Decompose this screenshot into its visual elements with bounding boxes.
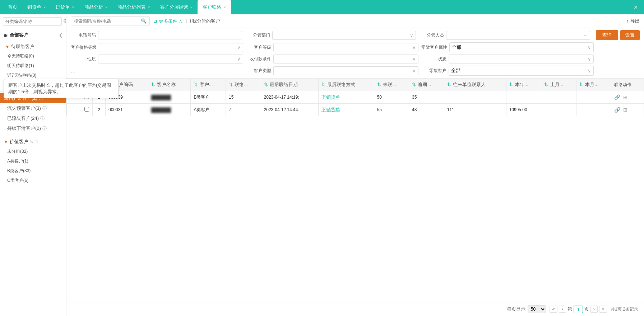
last-page-button[interactable]: » [599, 306, 607, 313]
sidebar-declining-customers[interactable]: 持续下滑客户(2) ⓘ [0, 123, 66, 133]
col-thismonth-header[interactable]: ⇅ 本月... [576, 79, 611, 91]
department-select[interactable]: ∨ [272, 31, 416, 40]
nav-purchase[interactable]: 进货单 × [51, 0, 79, 14]
close-analysis-list-tab[interactable]: × [148, 5, 150, 9]
sort-icon-lastmonth: ⇅ [544, 82, 548, 87]
all-customers-section[interactable]: ⊞ 全部客户 ❮ [0, 29, 66, 41]
close-customer-contact-tab[interactable]: × [223, 5, 226, 9]
customer-type-select[interactable]: ∨ [273, 66, 418, 75]
customer-grade-select[interactable]: ∨ [273, 43, 418, 52]
col-thisyear-header[interactable]: ⇅ 本年... [506, 79, 541, 91]
sidebar-today-contact[interactable]: 今天待联络(0) [0, 51, 66, 61]
arrow-icon: ▼ [4, 139, 8, 145]
col-overdue-header[interactable]: ⇅ 逾期... [409, 79, 444, 91]
row1-contact: 15 [226, 91, 261, 104]
nav-analysis-list[interactable]: 商品分析列表 × [112, 0, 155, 14]
phone-input[interactable] [98, 31, 242, 39]
row2-check[interactable] [81, 104, 93, 116]
sidebar-class-b[interactable]: B类客户(33) [0, 166, 66, 176]
department-filter: 分管部门 ∨ [245, 31, 416, 40]
scatter-attr-select[interactable]: 全部 ∨ [449, 42, 594, 52]
row2-link-icon[interactable]: 🔗 [614, 107, 620, 113]
edit-icon[interactable]: ✎ [30, 140, 33, 144]
window-close-button[interactable]: × [630, 4, 641, 11]
my-customers-checkbox-label[interactable]: 我分管的客户 [186, 18, 220, 24]
col-contact-header[interactable]: ⇅ 联络... [226, 79, 261, 91]
sidebar-class-c[interactable]: C类客户(6) [0, 176, 66, 185]
sidebar-lost-warning[interactable]: 流失预警客户(3) ⓘ [0, 103, 66, 113]
sidebar-search-box[interactable]: 🔍 [0, 14, 66, 29]
row1-name[interactable]: ██████ [148, 91, 191, 104]
phone-filter: 电话号码 [71, 31, 242, 39]
sidebar-search-icon[interactable]: 🔍 [63, 19, 66, 24]
sidebar-tomorrow-contact[interactable]: 明天待联络(1) [0, 61, 66, 71]
row2-grid-icon[interactable]: ⊞ [623, 107, 627, 113]
sidebar-lost-customers[interactable]: 已流失客户(24) ⓘ [0, 113, 66, 123]
row2-uncontacted: 55 [374, 104, 409, 116]
customer-grade-filter: 客户等级 ∨ [246, 43, 418, 52]
nav-analysis[interactable]: 商品分析 × [79, 0, 112, 14]
export-button[interactable]: ↑ 导出 [627, 18, 640, 24]
nature-select[interactable]: ∨ [98, 55, 243, 63]
col-contacts-header[interactable]: ⇅ 往来单位联系人 [444, 79, 506, 91]
col-uncontacted-header[interactable]: ⇅ 未联... [374, 79, 409, 91]
query-button[interactable]: 查询 [596, 30, 618, 40]
close-sales-tab[interactable]: × [43, 5, 46, 9]
col-lastdate-header[interactable]: ⇅ 最后联络日期 [261, 79, 318, 91]
nav-customer-tier[interactable]: 客户分层经营 × [155, 0, 198, 14]
page-size-select[interactable]: 20 50 100 [528, 305, 546, 313]
current-page-indicator[interactable]: 1 [574, 306, 583, 313]
close-purchase-tab[interactable]: × [72, 5, 74, 9]
prev-page-button[interactable]: ‹ [559, 306, 566, 313]
main-search-icon[interactable]: 🔍 [141, 18, 147, 24]
row1-grid-icon[interactable]: ⊞ [623, 94, 627, 100]
nav-home[interactable]: 首页 [3, 0, 22, 14]
status-select[interactable]: ∨ [449, 55, 594, 63]
manager-select[interactable]: ··· [446, 31, 590, 40]
scatter-customer-chevron: ∨ [588, 68, 591, 74]
row1-lastmethod[interactable]: 下销货单 [318, 91, 374, 104]
col-lastmonth-header[interactable]: ⇅ 上月... [541, 79, 576, 91]
row1-action: 🔗 ⊞ [611, 91, 644, 104]
row2-checkbox[interactable] [84, 107, 89, 112]
row1-link-icon[interactable]: 🔗 [614, 94, 620, 100]
value-customer-group[interactable]: ▼ 价值客户 ✎ ⊡ [0, 137, 66, 147]
settings-button[interactable]: 设置 [620, 30, 640, 40]
row2-name[interactable]: ██████ [148, 104, 191, 116]
sidebar-search-input[interactable] [3, 17, 62, 26]
filter-icon: ⊿ [153, 18, 157, 24]
nature-filter: 性质 ∨ [71, 55, 243, 63]
next-page-button[interactable]: › [590, 306, 598, 313]
close-customer-tier-tab[interactable]: × [190, 5, 193, 9]
nav-sales[interactable]: 销货单 × [22, 0, 51, 14]
more-conditions-button[interactable]: ⊿ 更多条件 ∧ [153, 18, 182, 24]
sidebar: 🔍 ⊞ 全部客户 ❮ ▼ 待联络客户 今天待联络(0) 明天待联络(1) 近7天… [0, 14, 66, 316]
nav-customer-contact[interactable]: 客户联络 × [198, 0, 231, 14]
tooltip-box: 距客户上次交易时长，超过了此客户的平均交易周期的1.5倍，则视为异常。 [4, 79, 119, 98]
col-lastmethod-header[interactable]: ⇅ 最后联络方式 [318, 79, 374, 91]
payment-select[interactable]: ∨ [273, 55, 418, 63]
collapse-icon[interactable]: ❮ [59, 33, 62, 38]
price-grade-chevron: ∨ [237, 45, 241, 50]
search-box[interactable]: 🔍 [71, 16, 150, 25]
filter-row-4: ... 客户类型 ∨ 零散客户 全部 ∨ [71, 66, 640, 76]
main-search-input[interactable] [74, 19, 141, 24]
col-name-header[interactable]: ⇅ 客户名称 [148, 79, 191, 91]
more-dots[interactable]: ... [71, 67, 75, 74]
col-type-header[interactable]: ⇅ 客户... [191, 79, 226, 91]
sidebar-class-a[interactable]: A类客户(1) [0, 156, 66, 166]
my-customers-checkbox[interactable] [186, 19, 191, 23]
row2-lastmethod[interactable]: 下销货单 [318, 104, 374, 116]
row1-lastmethod-link[interactable]: 下销货单 [321, 94, 340, 100]
first-page-button[interactable]: « [550, 306, 558, 313]
row2-overdue: 48 [409, 104, 444, 116]
row2-name-blurred: ██████ [151, 107, 171, 113]
bottom-bar: 每页显示 20 50 100 « ‹ 第 1 页 › » 共1页 2条记录 [66, 302, 644, 316]
price-grade-select[interactable]: ∨ [99, 43, 243, 52]
sidebar-unclassified[interactable]: 未分组(32) [0, 147, 66, 156]
scatter-customer-select[interactable]: 全部 ∨ [449, 66, 594, 76]
row2-lastmethod-link[interactable]: 下销货单 [321, 107, 340, 112]
close-analysis-tab[interactable]: × [105, 5, 107, 9]
more-icon[interactable]: ⊡ [34, 140, 38, 144]
row2-settings [67, 104, 81, 116]
